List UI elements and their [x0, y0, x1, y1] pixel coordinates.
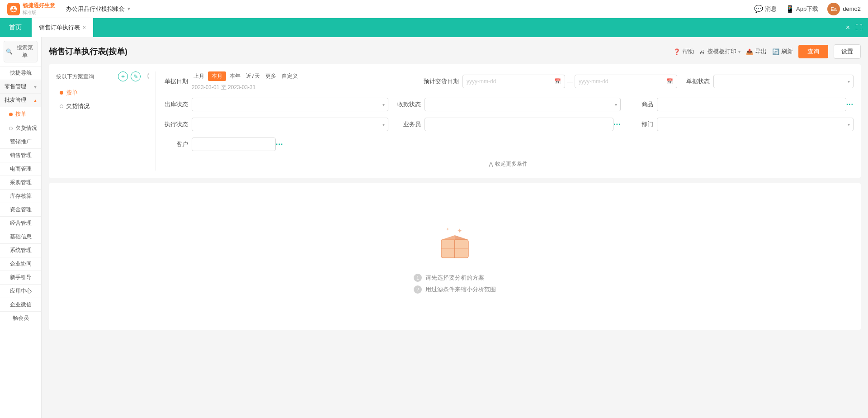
sidebar-item-quick-nav[interactable]: 快捷导航 — [0, 66, 41, 80]
filter-field-salesman: 业务员 ··· — [396, 118, 621, 131]
plan-item-shortage[interactable]: 欠货情况 — [56, 100, 150, 113]
filter-field-goods: 商品 ··· — [628, 98, 854, 111]
sidebar-item-app-center[interactable]: 应用中心 — [0, 285, 41, 298]
filter-field-date: 单据日期 上月 本月 本年 近7天 更多 自定义 2023-03-01 至 20… — [163, 71, 416, 91]
message-action[interactable]: 💬 消息 — [754, 5, 777, 13]
avatar: Ea — [827, 3, 840, 15]
salesman-input[interactable] — [425, 118, 613, 131]
plan-add-button[interactable]: + — [118, 71, 128, 81]
logo-text: 畅捷通好生意 标准版 — [23, 2, 55, 16]
window-max-button[interactable]: ⛶ — [854, 22, 864, 33]
salesman-ellipsis[interactable]: ··· — [613, 120, 621, 128]
order-status-select-wrapper: ▾ — [713, 75, 854, 88]
filter-field-customer: 客户 ··· — [163, 138, 283, 151]
sidebar-item-wechat[interactable]: 企业微信 — [0, 298, 41, 312]
sidebar-item-ecommerce[interactable]: 电商管理 — [0, 162, 41, 176]
help-button[interactable]: ❓ 帮助 — [673, 48, 694, 56]
tab-close-icon[interactable]: × — [83, 24, 86, 31]
content-area: 销售订单执行表(按单) ❓ 帮助 🖨 按模板打印 ▾ 📤 导出 🔄 刷新 — [42, 37, 868, 418]
collect-status-label: 收款状态 — [396, 100, 421, 109]
user-area[interactable]: Ea demo2 — [827, 3, 861, 15]
dept-select[interactable] — [657, 118, 854, 131]
customer-input[interactable] — [192, 138, 276, 151]
date-tab-more[interactable]: 更多 — [264, 71, 278, 81]
export-icon: 📤 — [746, 48, 753, 55]
sidebar-item-retail[interactable]: 零售管理 ▾ — [0, 80, 41, 94]
date-tab-7days[interactable]: 近7天 — [244, 71, 262, 81]
logo-area: 畅捷通好生意 标准版 — [7, 2, 55, 16]
order-status-label: 单据状态 — [684, 77, 710, 86]
out-status-select[interactable] — [192, 98, 388, 111]
message-label: 消息 — [765, 5, 777, 13]
company-name: 办公用品行业模拟账套 — [66, 5, 125, 13]
svg-marker-2 — [455, 235, 468, 240]
exec-status-label: 执行状态 — [163, 120, 188, 128]
sidebar-sub-item-by-order[interactable]: 按单 — [0, 107, 41, 121]
print-button[interactable]: 🖨 按模板打印 ▾ — [699, 48, 741, 56]
sidebar-item-finance[interactable]: 资金管理 — [0, 203, 41, 217]
sidebar-item-wholesale[interactable]: 批发管理 ▴ — [0, 94, 41, 107]
sidebar-item-purchase[interactable]: 采购管理 — [0, 176, 41, 190]
sidebar-sub-item-shortage[interactable]: 欠货情况 — [0, 121, 41, 135]
sidebar-item-newuser[interactable]: 新手引导 — [0, 271, 41, 285]
collapse-more-button[interactable]: ⋀ 收起更多条件 — [163, 157, 854, 171]
goods-input[interactable] — [657, 98, 846, 111]
sidebar: 🔍 搜索菜单 快捷导航 零售管理 ▾ 批发管理 ▴ 按单 欠货情况 营销推广 销… — [0, 37, 42, 418]
print-icon: 🖨 — [699, 48, 705, 55]
exec-status-select[interactable] — [192, 118, 388, 131]
tab-label: 销售订单执行表 — [39, 24, 80, 32]
plan-edit-button[interactable]: ✎ — [131, 71, 141, 81]
plan-inactive-dot — [60, 104, 63, 108]
refresh-button[interactable]: 🔄 刷新 — [772, 48, 793, 56]
search-menu-button[interactable]: 🔍 搜索菜单 — [4, 41, 38, 62]
tab-home[interactable]: 首页 — [0, 18, 31, 37]
goods-input-wrapper: ··· — [657, 98, 854, 111]
date-tab-last-month[interactable]: 上月 — [192, 71, 206, 81]
app-download-icon: 📱 — [786, 5, 794, 13]
top-bar-left: 畅捷通好生意 标准版 办公用品行业模拟账套 ▼ — [7, 2, 131, 16]
plan-inactive-label: 欠货情况 — [66, 102, 90, 110]
filter-left-title: 按以下方案查询 + ✎ 《 — [56, 71, 150, 81]
empty-tip-2: 2 用过滤条件来缩小分析范围 — [414, 285, 496, 294]
sidebar-item-base-info[interactable]: 基础信息 — [0, 230, 41, 244]
customer-ellipsis[interactable]: ··· — [276, 140, 283, 148]
settings-button[interactable]: 设置 — [834, 44, 861, 59]
filter-field-dept: 部门 ▾ — [628, 118, 854, 131]
plan-collapse-button[interactable]: 《 — [143, 72, 150, 81]
expected-date-start[interactable]: yyyy-mm-dd 📅 — [462, 75, 565, 88]
page-header: 销售订单执行表(按单) ❓ 帮助 🖨 按模板打印 ▾ 📤 导出 🔄 刷新 — [49, 44, 861, 59]
sidebar-item-management[interactable]: 经营管理 — [0, 217, 41, 230]
app-download-action[interactable]: 📱 App下载 — [786, 5, 818, 13]
tab-active[interactable]: 销售订单执行表 × — [32, 18, 93, 37]
date-tab-this-year[interactable]: 本年 — [228, 71, 242, 81]
user-name: demo2 — [843, 5, 861, 12]
tab-bar: 首页 销售订单执行表 × × ⛶ — [0, 18, 868, 37]
goods-ellipsis[interactable]: ··· — [846, 100, 854, 109]
date-range-text: 2023-03-01 至 2023-03-31 — [192, 84, 416, 91]
date-tabs: 上月 本月 本年 近7天 更多 自定义 — [192, 71, 416, 81]
query-button[interactable]: 查询 — [798, 45, 828, 58]
sidebar-item-marketing[interactable]: 营销推广 — [0, 135, 41, 149]
expected-date-range: yyyy-mm-dd 📅 — yyyy-mm-dd 📅 — [462, 75, 677, 88]
out-status-select-wrapper: ▾ — [192, 98, 388, 111]
date-tab-this-month[interactable]: 本月 — [208, 71, 226, 81]
collect-status-select[interactable] — [425, 98, 621, 111]
sidebar-item-enterprise[interactable]: 企业协同 — [0, 257, 41, 271]
sidebar-item-sales[interactable]: 销售管理 — [0, 149, 41, 162]
filter-field-collect-status: 收款状态 ▾ — [396, 98, 621, 111]
sidebar-item-member[interactable]: 畅会员 — [0, 312, 41, 325]
company-select[interactable]: 办公用品行业模拟账套 ▼ — [66, 5, 131, 13]
active-dot — [9, 113, 13, 116]
dept-label: 部门 — [628, 120, 653, 128]
order-status-select[interactable] — [713, 75, 854, 88]
plan-item-by-order[interactable]: 按单 — [56, 86, 150, 100]
date-tab-custom[interactable]: 自定义 — [280, 71, 300, 81]
sidebar-search-area: 🔍 搜索菜单 — [0, 37, 41, 66]
page-title: 销售订单执行表(按单) — [49, 46, 127, 57]
filter-left: 按以下方案查询 + ✎ 《 按单 欠货情况 — [56, 71, 156, 171]
window-close-button[interactable]: × — [844, 22, 852, 33]
expected-date-end[interactable]: yyyy-mm-dd 📅 — [575, 75, 677, 88]
export-button[interactable]: 📤 导出 — [746, 48, 767, 56]
sidebar-item-inventory[interactable]: 库存核算 — [0, 190, 41, 203]
sidebar-item-system[interactable]: 系统管理 — [0, 244, 41, 257]
